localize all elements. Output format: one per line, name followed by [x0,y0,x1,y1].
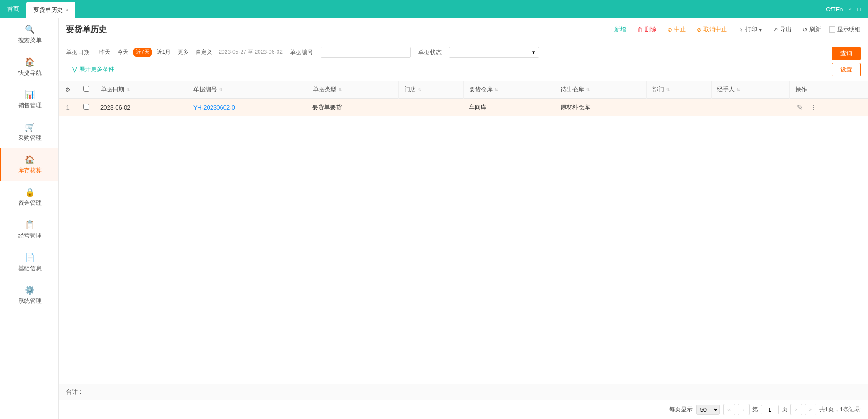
th-settings[interactable]: ⚙ [59,81,77,99]
sidebar-item-operation[interactable]: 📋 经营管理 [0,214,58,246]
new-label: + 新增 [609,25,626,33]
print-button[interactable]: 🖨 打印 ▾ [735,24,765,35]
sidebar-item-nav[interactable]: 🏠 快捷导航 [0,51,58,83]
row-actions: ✎ ⁝ [790,99,868,116]
delete-label: 删除 [645,25,656,33]
th-handler[interactable]: 经手人 ⇅ [712,81,790,99]
cancel-stop-button[interactable]: ⊘ 取消中止 [694,24,730,35]
date-btn-7days[interactable]: 近7天 [133,48,152,57]
sidebar: 🔍 搜索菜单 🏠 快捷导航 📊 销售管理 🛒 采购管理 🏠 库存核算 🔒 资金管… [0,18,59,419]
pending-sort-icon: ⇅ [586,87,590,92]
tab-home[interactable]: 首页 [0,0,26,18]
date-btn-today[interactable]: 今天 [115,48,131,57]
page-content: 要货单历史 + 新增 🗑 删除 ⊘ 中止 ⊘ 取消中止 [59,18,868,419]
sidebar-item-basic[interactable]: 📄 基础信息 [0,246,58,279]
sidebar-item-inventory[interactable]: 🏠 库存核算 [0,148,58,181]
doc-no-label: 单据编号 [290,48,313,57]
dept-sort-icon: ⇅ [666,87,670,92]
print-label: 打印 [745,25,757,33]
page-input[interactable] [761,405,779,414]
page-first-btn[interactable]: « [723,404,735,415]
row-require-warehouse: 车间库 [463,99,555,116]
sidebar-label-basic: 基础信息 [18,264,42,272]
pagination-nav: « ‹ 第 页 › » 共1页，1条记录 [723,404,861,415]
new-button[interactable]: + 新增 [607,24,629,35]
sidebar-item-purchase[interactable]: 🛒 采购管理 [0,116,58,148]
total-info: 共1页，1条记录 [819,405,861,414]
page-prev-btn[interactable]: ‹ [738,404,750,415]
refresh-button[interactable]: ↺ 刷新 [800,24,824,35]
th-require-warehouse[interactable]: 要货仓库 ⇅ [463,81,555,99]
th-dept[interactable]: 部门 ⇅ [646,81,711,99]
export-button[interactable]: ↗ 导出 [770,24,794,35]
doctype-sort-icon: ⇅ [338,87,342,92]
display-detail-button[interactable]: 显示明细 [829,25,861,33]
date-btn-more[interactable]: 更多 [175,48,191,57]
th-date[interactable]: 单据日期 ⇅ [95,81,188,99]
sidebar-label-system: 系统管理 [18,297,42,305]
date-btn-custom[interactable]: 自定义 [193,48,215,57]
table-row[interactable]: 1 2023-06-02 YH-20230602-0 要货单要货 车间库 [59,99,868,116]
filter-settings-button[interactable]: 设置 [832,63,861,76]
date-buttons: 昨天 今天 近7天 近1月 更多 自定义 2023-05-27 至 2023-0… [97,48,283,57]
delete-row-icon[interactable]: ⁝ [809,102,819,112]
th-docno[interactable]: 单据编号 ⇅ [188,81,307,99]
date-btn-yesterday[interactable]: 昨天 [97,48,113,57]
edit-icon[interactable]: ✎ [795,102,805,112]
filter-area: 单据日期 昨天 今天 近7天 近1月 更多 自定义 2023-05-27 至 2… [59,41,868,81]
row-select-checkbox[interactable] [83,104,89,110]
row-checkbox [77,99,95,116]
tab-history[interactable]: 要货单历史 × [26,2,75,18]
print-icon: 🖨 [738,26,744,33]
sidebar-label-finance: 资金管理 [18,199,42,207]
search-icon: 🔍 [25,24,35,34]
refresh-label: 刷新 [809,25,821,33]
th-doctype[interactable]: 单据类型 ⇅ [307,81,399,99]
th-store[interactable]: 门店 ⇅ [399,81,463,99]
sidebar-item-finance[interactable]: 🔒 资金管理 [0,181,58,214]
window-maximize-icon[interactable]: □ [857,6,861,13]
date-label: 单据日期 [66,48,90,57]
often-label[interactable]: OfTEn [826,6,843,13]
cancel-label: 取消中止 [703,25,727,33]
export-label: 导出 [780,25,792,33]
row-doctype: 要货单要货 [307,99,399,116]
page-next-btn[interactable]: › [790,404,802,415]
expand-label: 展开更多条件 [79,65,114,73]
home-icon: 🏠 [25,57,35,67]
per-page-label: 每页显示 [669,405,693,414]
sidebar-item-sales[interactable]: 📊 销售管理 [0,83,58,116]
select-all-checkbox[interactable] [83,86,89,92]
row-department [646,99,711,116]
date-btn-1month[interactable]: 近1月 [154,48,174,57]
sidebar-item-system[interactable]: ⚙️ 系统管理 [0,279,58,311]
row-docno-link[interactable]: YH-20230602-0 [193,104,235,111]
th-pending-warehouse[interactable]: 待出仓库 ⇅ [555,81,647,99]
expand-more-button[interactable]: ⋁ 展开更多条件 [66,62,120,76]
doc-no-input[interactable] [321,47,411,58]
req-sort-icon: ⇅ [495,87,498,92]
query-button[interactable]: 查询 [832,47,861,60]
page-last-btn[interactable]: » [805,404,816,415]
sidebar-item-search[interactable]: 🔍 搜索菜单 [0,18,58,51]
toolbar: + 新增 🗑 删除 ⊘ 中止 ⊘ 取消中止 🖨 [607,24,861,35]
system-icon: ⚙️ [25,285,35,295]
per-page-select[interactable]: 50 100 200 [696,405,720,415]
store-sort-icon: ⇅ [418,87,421,92]
th-dept-label: 部门 [652,86,664,94]
filter-fields: 单据日期 昨天 今天 近7天 近1月 更多 自定义 2023-05-27 至 2… [66,47,828,81]
window-close-icon[interactable]: × [849,6,852,13]
th-docno-label: 单据编号 [193,86,217,94]
docno-sort-icon: ⇅ [219,87,222,92]
delete-button[interactable]: 🗑 删除 [634,24,659,35]
stop-button[interactable]: ⊘ 中止 [665,24,689,35]
status-select[interactable]: ▾ [449,47,539,58]
status-dropdown-icon: ▾ [532,49,535,56]
action-icons: ✎ ⁝ [795,102,863,112]
tab-history-label: 要货单历史 [33,6,63,14]
display-detail-checkbox[interactable] [829,26,835,33]
tab-close-icon[interactable]: × [66,7,68,13]
th-doctype-label: 单据类型 [313,86,336,94]
row-store [399,99,463,116]
finance-icon: 🔒 [25,187,35,197]
